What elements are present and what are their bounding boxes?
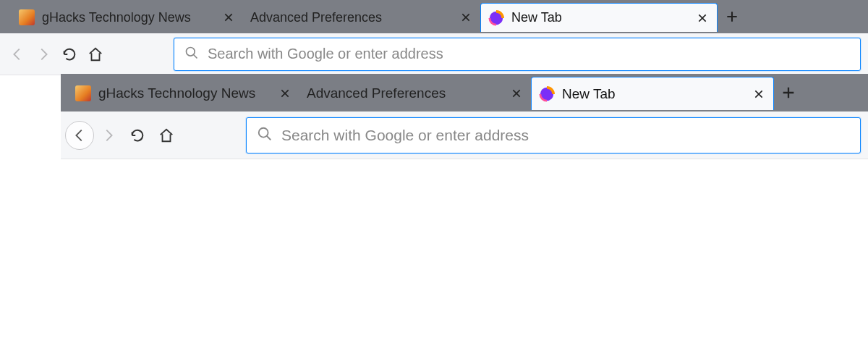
forward-button[interactable] <box>94 121 123 150</box>
home-button[interactable] <box>152 121 181 150</box>
svg-point-3 <box>259 127 268 137</box>
tab-strip: gHacks Technology News Advanced Preferen… <box>61 74 868 111</box>
tab-title: gHacks Technology News <box>42 10 191 25</box>
home-button[interactable] <box>82 41 109 67</box>
close-tab-icon[interactable] <box>457 9 475 26</box>
close-tab-icon[interactable] <box>220 9 237 26</box>
back-button[interactable] <box>4 41 30 67</box>
tab-strip: gHacks Technology News Advanced Preferen… <box>0 0 868 33</box>
address-input[interactable] <box>281 127 850 144</box>
tab-title: New Tab <box>511 10 562 25</box>
tab-ghacks[interactable]: gHacks Technology News <box>12 3 243 32</box>
svg-point-1 <box>187 47 195 56</box>
reload-button[interactable] <box>123 121 152 150</box>
browser-window-1: gHacks Technology News Advanced Preferen… <box>0 0 868 75</box>
tab-title: Advanced Preferences <box>307 85 446 101</box>
tab-title: New Tab <box>562 86 616 102</box>
reload-button[interactable] <box>56 41 82 67</box>
firefox-favicon-icon <box>488 10 504 26</box>
close-tab-icon[interactable] <box>276 85 294 102</box>
tab-new-tab[interactable]: New Tab <box>480 3 718 32</box>
search-icon <box>257 126 273 145</box>
tab-ghacks[interactable]: gHacks Technology News <box>68 77 299 110</box>
ghacks-favicon-icon <box>75 85 91 101</box>
tab-new-tab[interactable]: New Tab <box>531 77 774 110</box>
firefox-favicon-icon <box>539 86 555 102</box>
tab-advanced-preferences[interactable]: Advanced Preferences <box>299 77 531 110</box>
forward-button[interactable] <box>30 41 56 67</box>
browser-window-2: gHacks Technology News Advanced Preferen… <box>61 74 868 159</box>
navigation-toolbar <box>0 33 868 75</box>
navigation-toolbar <box>61 111 868 159</box>
back-button[interactable] <box>65 121 94 150</box>
address-input[interactable] <box>208 46 850 62</box>
tab-title: gHacks Technology News <box>98 85 255 101</box>
tab-advanced-preferences[interactable]: Advanced Preferences <box>243 3 480 32</box>
ghacks-favicon-icon <box>19 9 35 25</box>
new-tab-button[interactable] <box>718 0 746 33</box>
address-bar[interactable] <box>174 38 861 71</box>
address-bar[interactable] <box>246 117 861 153</box>
close-tab-icon[interactable] <box>750 85 767 103</box>
close-tab-icon[interactable] <box>508 85 525 102</box>
tab-title: Advanced Preferences <box>250 10 382 25</box>
search-icon <box>184 46 199 63</box>
new-tab-button[interactable] <box>774 74 803 111</box>
close-tab-icon[interactable] <box>694 9 711 27</box>
